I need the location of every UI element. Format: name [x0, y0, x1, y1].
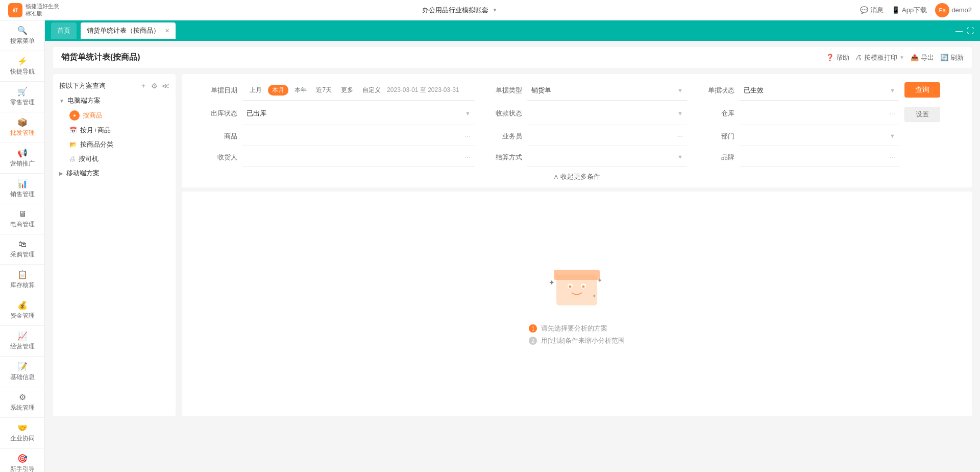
warehouse-more-icon[interactable]: ··· [889, 109, 895, 117]
sidebar-item-sales[interactable]: 📊 销售管理 [0, 174, 44, 204]
logo-text: 畅捷通好生意 标准版 [26, 3, 59, 16]
sidebar-item-purchase[interactable]: 🛍 采购管理 [0, 234, 44, 265]
app-download-btn[interactable]: 📱 App下载 [892, 6, 927, 15]
payment-status-filter[interactable]: ▼ [531, 107, 683, 120]
calendar-icon: 📅 [69, 127, 77, 134]
tab-close-icon[interactable]: ✕ [165, 28, 169, 34]
tabbar: 首页 销货单统计表（按商品） ✕ — ⛶ [45, 20, 980, 41]
sidebar-item-search-menu[interactable]: 🔍 搜索菜单 [0, 20, 44, 51]
sidebar-item-finance[interactable]: 💰 资金管理 [0, 295, 44, 326]
settings-button[interactable]: 设置 [904, 107, 940, 122]
date-btn-this-year[interactable]: 本年 [291, 85, 310, 96]
print-dropdown-icon: ▼ [899, 55, 904, 60]
message-btn[interactable]: 💬 消息 [860, 6, 884, 15]
sidebar-item-system[interactable]: ⚙ 系统管理 [0, 387, 44, 418]
hint1-text: 请先选择要分析的方案 [541, 324, 607, 333]
doc-type-filter[interactable]: 销货单 ▼ [531, 84, 683, 97]
tree-item-by-printer[interactable]: 🖨 按司机 [53, 152, 176, 166]
query-button[interactable]: 查询 [904, 82, 940, 98]
tree-item-by-month-product[interactable]: 📅 按月+商品 [53, 123, 176, 137]
brand-more-icon[interactable]: ··· [889, 153, 895, 161]
page-title: 销货单统计表(按商品) [61, 52, 140, 63]
tree-item-by-category[interactable]: 📂 按商品分类 [53, 137, 176, 152]
sidebar-item-enterprise[interactable]: 🤝 企业协同 [0, 418, 44, 449]
filter-panel: 单据日期 上月 本月 本年 近7天 更多 自定义 [182, 74, 972, 187]
empty-box-svg: ✦ ✦ ✦ [546, 259, 607, 316]
doc-status-arrow: ▼ [890, 87, 895, 93]
doc-status-filter[interactable]: 已生效 ▼ [744, 84, 895, 97]
warehouse-status-label: 出库状态 [191, 102, 241, 125]
left-panel-header: 按以下方案查询 ＋ ⚙ ≪ [53, 78, 176, 93]
date-btn-more[interactable]: 更多 [338, 85, 356, 96]
company-dropdown-icon[interactable]: ▼ [493, 7, 498, 13]
message-icon: 💬 [860, 6, 868, 14]
avatar: Ea [935, 3, 949, 17]
page-actions: ❓ 帮助 🖨 按模板打印 ▼ 📤 导出 🔄 刷新 [826, 53, 964, 62]
tree-desktop-group[interactable]: ▼ 电脑端方案 [53, 93, 176, 108]
salesperson-filter[interactable]: ··· [531, 129, 683, 143]
left-panel-icons: ＋ ⚙ ≪ [140, 81, 169, 90]
tab-sales-stat[interactable]: 销货单统计表（按商品） ✕ [81, 22, 176, 39]
export-btn[interactable]: 📤 导出 [911, 53, 934, 62]
tab-home[interactable]: 首页 [51, 22, 77, 39]
receiver-filter[interactable]: ··· [247, 150, 471, 163]
brand-label: 品牌 [688, 147, 739, 167]
salesperson-more-icon[interactable]: ··· [677, 132, 683, 140]
sidebar-item-quick-nav[interactable]: ⚡ 快捷导航 [0, 51, 44, 82]
sidebar-item-operations[interactable]: 📈 经营管理 [0, 326, 44, 357]
page-content: 销货单统计表(按商品) ❓ 帮助 🖨 按模板打印 ▼ 📤 导出 [45, 41, 980, 472]
warehouse-filter[interactable]: ··· [744, 107, 895, 120]
warehouse-status-filter[interactable]: 已出库 ▼ [247, 107, 471, 120]
date-btn-7days[interactable]: 近7天 [313, 85, 335, 96]
department-filter[interactable]: ▼ [744, 129, 895, 143]
payment-status-arrow: ▼ [677, 110, 683, 116]
sidebar-item-onboarding[interactable]: 🎯 新手引导 [0, 449, 44, 472]
product-filter[interactable]: ··· [247, 129, 471, 143]
svg-text:✦: ✦ [592, 293, 596, 299]
payment-method-filter[interactable]: ▼ [531, 150, 683, 163]
sidebar-item-basic[interactable]: 📝 基础信息 [0, 357, 44, 387]
main-layout: 🔍 搜索菜单 ⚡ 快捷导航 🛒 零售管理 📦 批发管理 📢 营销推广 📊 销售管… [0, 20, 980, 472]
print-btn[interactable]: 🖨 按模板打印 ▼ [855, 53, 904, 62]
logo-icon: 好 [8, 3, 22, 17]
tab-minimize-icon[interactable]: — [955, 27, 963, 35]
sidebar-item-wholesale[interactable]: 📦 批发管理 [0, 112, 44, 143]
date-btn-custom[interactable]: 自定义 [359, 85, 384, 96]
step2-num: 2 [529, 337, 537, 345]
collapse-panel-icon[interactable]: ≪ [162, 82, 169, 90]
page-header: 销货单统计表(按商品) ❓ 帮助 🖨 按模板打印 ▼ 📤 导出 [53, 47, 972, 68]
printer-icon: 🖨 [69, 155, 76, 162]
wholesale-icon: 📦 [17, 117, 28, 127]
tree-mobile-group[interactable]: ▶ 移动端方案 [53, 166, 176, 180]
sidebar-item-ecommerce[interactable]: 🖥 电商管理 [0, 204, 44, 234]
user-menu[interactable]: Ea demo2 [935, 3, 972, 17]
help-icon: ❓ [826, 54, 834, 61]
date-btn-this-month[interactable]: 本月 [268, 85, 288, 96]
payment-method-label: 结算方式 [476, 147, 526, 167]
date-btn-last-month[interactable]: 上月 [247, 85, 265, 96]
collapse-filters-btn[interactable]: ∧ 收起更多条件 [190, 168, 964, 185]
company-selector[interactable]: 办公用品行业模拟账套 ▼ [422, 6, 498, 15]
sidebar-item-inventory[interactable]: 📋 库存核算 [0, 265, 44, 295]
settings-scheme-icon[interactable]: ⚙ [151, 82, 158, 90]
tab-maximize-icon[interactable]: ⛶ [967, 27, 974, 35]
sidebar-item-retail[interactable]: 🛒 零售管理 [0, 82, 44, 112]
refresh-btn[interactable]: 🔄 刷新 [940, 53, 964, 62]
help-btn[interactable]: ❓ 帮助 [826, 53, 849, 62]
tree-item-by-product[interactable]: ● 按商品 [53, 108, 176, 123]
salesperson-label: 业务员 [476, 126, 526, 146]
sales-icon: 📊 [17, 179, 28, 188]
add-scheme-icon[interactable]: ＋ [140, 81, 147, 90]
product-more-icon[interactable]: ··· [464, 132, 471, 140]
product-label: 商品 [191, 126, 241, 146]
purchase-icon: 🛍 [18, 240, 27, 249]
sidebar-item-marketing[interactable]: 📢 营销推广 [0, 143, 44, 174]
empty-content: ✦ ✦ ✦ 1 请先选择要分析的方案 [529, 259, 624, 348]
brand-filter[interactable]: ··· [744, 150, 895, 163]
department-arrow: ▼ [890, 133, 895, 139]
doc-type-arrow: ▼ [677, 87, 683, 93]
enterprise-icon: 🤝 [17, 423, 28, 433]
receiver-more-icon[interactable]: ··· [464, 153, 471, 161]
tree-collapsed-icon: ▶ [59, 171, 63, 176]
content-area: 首页 销货单统计表（按商品） ✕ — ⛶ 销货单统计表(按商品) ❓ 帮助 [45, 20, 980, 472]
